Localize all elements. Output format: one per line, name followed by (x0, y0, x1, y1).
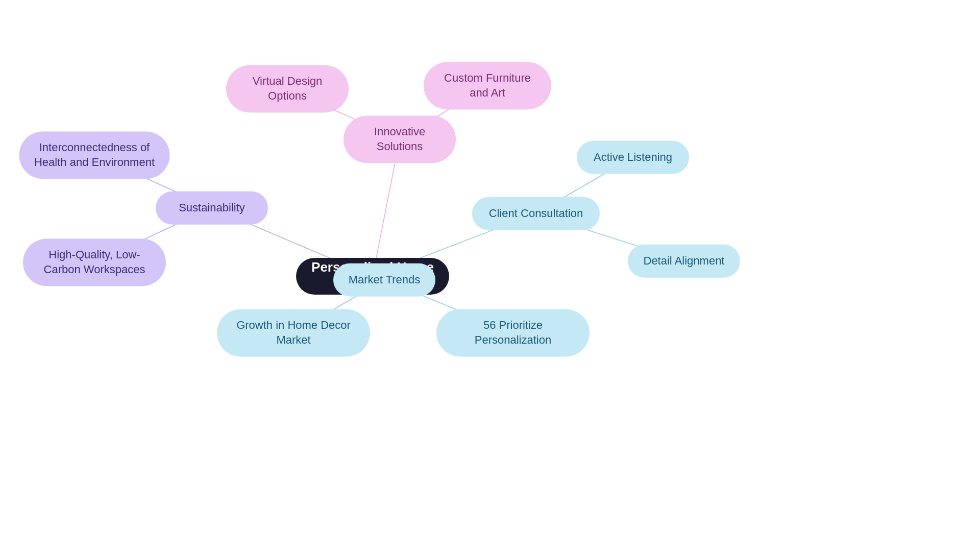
high-quality-node: High-Quality, Low-Carbon Workspaces (23, 238, 166, 286)
custom-furniture-node: Custom Furniture and Art (424, 62, 551, 109)
client-consultation-node: Client Consultation (472, 197, 600, 230)
market-trends-node: Market Trends (333, 263, 435, 297)
detail-alignment-node: Detail Alignment (628, 245, 740, 278)
innovative-solutions-node: Innovative Solutions (344, 115, 456, 163)
sustainability-node: Sustainability (156, 191, 268, 225)
interconnectedness-node: Interconnectedness of Health and Environ… (19, 131, 170, 179)
growth-home-decor-node: Growth in Home Decor Market (217, 309, 370, 356)
active-listening-node: Active Listening (577, 141, 689, 174)
prioritize-personalization-node: 56 Prioritize Personalization (436, 309, 590, 356)
virtual-design-node: Virtual Design Options (226, 65, 349, 112)
